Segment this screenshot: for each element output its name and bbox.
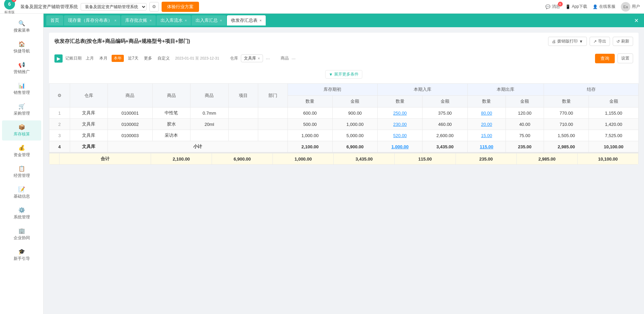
- row-out-qty[interactable]: 15.00: [467, 130, 506, 141]
- th-dept: 部门: [258, 84, 287, 108]
- tab-batch-ledger-close[interactable]: ×: [149, 18, 151, 22]
- filter-toggle-button[interactable]: ▶: [54, 54, 63, 63]
- sidebar-item-quicknav[interactable]: 🏠 快捷导航: [2, 37, 41, 57]
- export-button[interactable]: ↗ 导出: [590, 37, 610, 46]
- online-service-item[interactable]: 👤 在线客服: [593, 4, 615, 10]
- warehouse-filter-tag[interactable]: 文具库 ×: [241, 54, 263, 62]
- sidebar-item-search[interactable]: 🔍 搜索菜单: [2, 17, 41, 37]
- row-warehouse: 文具库: [70, 119, 108, 130]
- tab-inout-flow-label: 出入库流水: [161, 17, 183, 23]
- row-in-qty[interactable]: 230.00: [378, 119, 423, 130]
- tab-bar: 首页 现存量（库存分布表） × 库存批次账 × 出入库流水 × 出入库汇总 ×: [44, 14, 644, 27]
- row-bal-qty: 770.00: [544, 108, 589, 119]
- sidebar-item-operations[interactable]: 📋 经营管理: [2, 162, 41, 182]
- tab-inout-summary[interactable]: 出入库汇总 ×: [192, 15, 226, 26]
- sidebar-item-sales[interactable]: 📊 销售管理: [2, 79, 41, 99]
- message-item[interactable]: 💬 消息 6: [545, 4, 560, 10]
- th-settings[interactable]: ⚙: [49, 84, 70, 108]
- content-area: 首页 现存量（库存分布表） × 库存批次账 × 出入库流水 × 出入库汇总 ×: [44, 14, 644, 314]
- print-button[interactable]: 🖨 拨销版打印 ▼: [548, 37, 587, 46]
- expand-more-conditions[interactable]: ▼ 展开更多条件: [325, 70, 363, 79]
- sidebar-item-marketing[interactable]: 📢 营销推广: [2, 58, 41, 78]
- tab-inout-summary-close[interactable]: ×: [220, 18, 222, 22]
- sidebar-item-enterprise[interactable]: 🏢 企业协同: [2, 224, 41, 244]
- sub-out-qty[interactable]: 115.00: [467, 141, 506, 152]
- total-in-amt: 3,435.00: [334, 153, 395, 165]
- tab-batch-ledger-label: 库存批次账: [125, 17, 147, 23]
- warehouse-tag-close[interactable]: ×: [258, 56, 260, 61]
- enterprise-icon: 🏢: [18, 228, 25, 234]
- app-download-item[interactable]: 📱 App下载: [565, 4, 587, 10]
- sidebar-item-system[interactable]: ⚙️ 系统管理: [2, 203, 41, 224]
- sidebar-item-label-finance: 资金管理: [14, 152, 30, 158]
- th-in-qty: 数量: [378, 96, 423, 108]
- top-bar-right: 💬 消息 6 📱 App下载 👤 在线客服 Ea 用户: [545, 2, 640, 12]
- shortcut-custom[interactable]: 自定义: [156, 55, 171, 62]
- row-out-amt: 75.00: [506, 130, 544, 141]
- expand-row: ▼ 展开更多条件: [54, 69, 633, 80]
- row-out-qty[interactable]: 80.00: [467, 108, 506, 119]
- sub-warehouse: 文具库: [70, 141, 108, 152]
- page-header: 收发存汇总表(按仓库+商品编码+商品+规格型号+项目+部门) 🖨 拨销版打印 ▼…: [49, 33, 639, 50]
- tab-recv-send-summary-label: 收发存汇总表: [231, 17, 258, 23]
- experience-button[interactable]: 体验行业方案: [162, 2, 199, 12]
- sub-open-amt: 6,900.00: [332, 141, 377, 152]
- shortcut-this-month[interactable]: 本月: [98, 55, 109, 62]
- table-settings-icon[interactable]: ⚙: [57, 93, 62, 98]
- total-out-amt: 235.00: [456, 153, 516, 165]
- tab-inventory-dist-close[interactable]: ×: [114, 18, 116, 22]
- purchase-icon: 🛒: [18, 103, 25, 110]
- warehouse-filter-more[interactable]: ···: [266, 56, 270, 61]
- row-in-amt: 460.00: [423, 119, 467, 130]
- sidebar-item-label-operations: 经营管理: [14, 173, 30, 179]
- total-label: 合计: [60, 153, 151, 165]
- tab-bar-close-all[interactable]: ✕: [631, 17, 641, 24]
- shortcut-last-month[interactable]: 上月: [84, 55, 95, 62]
- row-out-qty[interactable]: 20.00: [467, 119, 506, 130]
- shortcut-7days[interactable]: 近7天: [127, 55, 140, 62]
- shortcut-more[interactable]: 更多: [143, 55, 153, 62]
- marketing-icon: 📢: [18, 62, 25, 68]
- tab-inout-flow-close[interactable]: ×: [185, 18, 187, 22]
- sidebar-item-label-purchase: 采购管理: [14, 111, 30, 116]
- subtotal-row: 4 文具库 小计 2,100.00 6,900.00 1,000.00 3,43…: [49, 141, 639, 152]
- tab-recv-send-summary[interactable]: 收发存汇总表 ×: [227, 15, 266, 26]
- tab-inout-flow[interactable]: 出入库流水 ×: [156, 15, 191, 26]
- tab-inventory-dist[interactable]: 现存量（库存分布表） ×: [64, 15, 120, 26]
- tab-batch-ledger[interactable]: 库存批次账 ×: [121, 15, 155, 26]
- table-row: 1 文具库 0100001 中性笔 0.7mm 600.00 900.00 25…: [49, 108, 639, 119]
- avatar: Ea: [621, 2, 630, 12]
- user-item[interactable]: Ea 用户: [621, 2, 640, 12]
- sidebar-item-newbie[interactable]: 🎓 新手引导: [2, 245, 41, 265]
- logo-icon: 6 6: [4, 0, 15, 10]
- filter-area: ▶ 记账日期 上月 本月 本年 近7天 更多 自定义 2023-01-01 至 …: [49, 50, 639, 83]
- gear-button[interactable]: ⚙: [149, 2, 159, 12]
- baseinfo-icon: 📝: [18, 186, 25, 193]
- system-select[interactable]: 装备及固定资产辅助管理系统: [81, 3, 147, 11]
- sidebar-item-baseinfo[interactable]: 📝 基础信息: [2, 183, 41, 203]
- sub-in-qty[interactable]: 1,000.00: [378, 141, 423, 152]
- sidebar-item-inventory[interactable]: 📦 库存核算: [2, 120, 41, 141]
- query-button[interactable]: 查询: [595, 54, 615, 63]
- row-in-qty[interactable]: 250.00: [378, 108, 423, 119]
- tab-home[interactable]: 首页: [46, 15, 63, 26]
- main-table: ⚙ 仓库 商品 商品 商品 项目 部门 库存期初 本期入库 本期出库: [49, 83, 639, 152]
- settings-button[interactable]: 设置: [617, 53, 633, 63]
- table-footer: 合计 2,100.00 6,900.00 1,000.00 3,435.00 1…: [49, 152, 639, 165]
- user-name-label: 用户: [632, 4, 640, 10]
- sidebar-item-label-inventory: 库存核算: [14, 131, 30, 137]
- refresh-button[interactable]: ↺ 刷新: [613, 37, 633, 46]
- th-opening-stock: 库存期初: [287, 84, 378, 96]
- finance-icon: 💰: [18, 145, 25, 151]
- sidebar-item-purchase[interactable]: 🛒 采购管理: [2, 100, 41, 120]
- print-icon: 🖨: [552, 39, 556, 44]
- row-in-qty[interactable]: 520.00: [378, 130, 423, 141]
- message-badge: 6: [558, 2, 563, 6]
- message-icon: 💬: [545, 4, 550, 9]
- shortcut-this-year[interactable]: 本年: [112, 55, 124, 62]
- sidebar-item-finance[interactable]: 💰 资金管理: [2, 141, 41, 161]
- tab-recv-send-summary-close[interactable]: ×: [260, 18, 262, 22]
- goods-filter-more[interactable]: ···: [292, 56, 296, 61]
- row-out-amt: 120.00: [506, 108, 544, 119]
- newbie-icon: 🎓: [18, 248, 25, 255]
